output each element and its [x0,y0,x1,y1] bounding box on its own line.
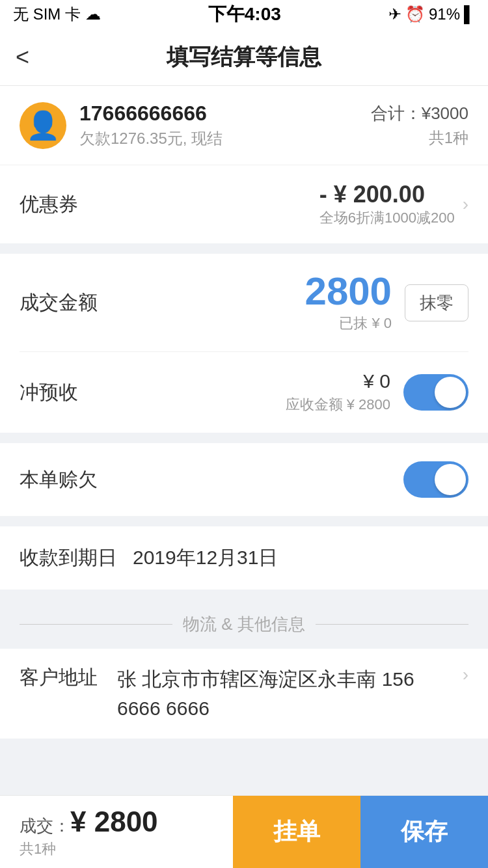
chong-label: 冲预收 [20,379,78,406]
status-right: ✈ ⏰ 91% ▌ [388,5,475,23]
address-value: 张 北京市市辖区海淀区永丰南 156 6666 6666 [117,664,463,723]
due-row: 收款到期日 2019年12月31日 [20,545,468,571]
back-button[interactable]: < [16,44,29,71]
coupon-discount: - ¥ 200.00 [319,181,455,208]
bottom-amount: ¥ 2800 [70,806,158,837]
amount-value: 2800 [305,272,392,311]
address-label: 客户地址 [20,664,98,691]
customer-info: 17666666666 欠款1276.35元, 现结 [79,102,223,149]
chong-row: 冲预收 ¥ 0 应收金额 ¥ 2800 [20,352,468,433]
due-value: 2019年12月31日 [133,545,278,571]
divider-line-right [316,624,468,625]
person-icon: 👤 [26,112,60,139]
coupon-desc: 全场6折满1000减200 [319,208,455,228]
battery-label: 91% [429,5,460,23]
battery-icon: ▌ [464,5,475,23]
amount-right: 2800 已抹 ¥ 0 抹零 [305,272,468,333]
customer-sub: 欠款1276.35元, 现结 [79,128,223,149]
amount-section: 成交金额 2800 已抹 ¥ 0 抹零 冲预收 ¥ 0 应收金额 ¥ 2800 [0,254,488,433]
customer-section: 👤 17666666666 欠款1276.35元, 现结 合计：¥3000 共1… [0,86,488,243]
total-label: 合计：¥3000 [371,102,468,125]
customer-right: 合计：¥3000 共1种 [371,102,468,148]
chong-sub: 应收金额 ¥ 2800 [286,395,390,414]
debt-label: 本单赊欠 [20,467,98,493]
amount-label: 成交金额 [20,290,98,316]
chong-toggle[interactable] [403,374,468,411]
bottom-info: 成交：¥ 2800 共1种 [0,806,233,859]
status-time: 下午4:03 [208,2,281,27]
total-count: 共1种 [371,128,468,148]
debt-toggle-thumb [435,464,466,495]
bottom-bar: 成交：¥ 2800 共1种 挂单 保存 [0,795,488,868]
nav-bar: < 填写结算等信息 [0,29,488,86]
amount-row: 成交金额 2800 已抹 ¥ 0 抹零 [20,254,468,352]
due-date-section: 收款到期日 2019年12月31日 [0,526,488,590]
status-bar: 无 SIM 卡 ☁ 下午4:03 ✈ ⏰ 91% ▌ [0,0,488,29]
customer-row: 👤 17666666666 欠款1276.35元, 现结 合计：¥3000 共1… [0,86,488,165]
bottom-deal-label: 成交：¥ 2800 [20,806,213,838]
debt-section: 本单赊欠 [0,443,488,516]
address-chevron-icon: › [463,664,468,685]
chevron-right-icon: › [463,194,468,215]
round-button[interactable]: 抹零 [405,284,468,321]
save-button[interactable]: 保存 [360,796,488,869]
chong-amount: ¥ 0 [363,370,390,392]
address-section[interactable]: 客户地址 张 北京市市辖区海淀区永丰南 156 6666 6666 › [0,649,488,739]
main-content: 👤 17666666666 欠款1276.35元, 现结 合计：¥3000 共1… [0,86,488,868]
status-left: 无 SIM 卡 ☁ [13,4,101,25]
amount-sub: 已抹 ¥ 0 [305,314,392,333]
alarm-icon: ⏰ [405,5,425,23]
toggle-thumb [435,377,466,408]
avatar: 👤 [20,102,66,149]
divider-line-left [20,624,172,625]
due-label: 收款到期日 [20,545,117,571]
page-title: 填写结算等信息 [167,42,321,72]
coupon-right: - ¥ 200.00 全场6折满1000减200 › [319,181,468,228]
sim-label: 无 SIM 卡 ☁ [13,4,101,25]
coupon-row[interactable]: 优惠券 - ¥ 200.00 全场6折满1000减200 › [0,165,488,243]
logistics-divider: 物流 & 其他信息 [0,600,488,649]
chong-right: ¥ 0 应收金额 ¥ 2800 [286,370,468,414]
pending-button[interactable]: 挂单 [233,796,360,869]
customer-left: 👤 17666666666 欠款1276.35元, 现结 [20,102,223,149]
logistics-label: 物流 & 其他信息 [183,613,305,636]
location-icon: ✈ [388,5,401,23]
bottom-count: 共1种 [20,839,213,859]
customer-phone: 17666666666 [79,102,223,126]
debt-toggle[interactable] [403,461,468,498]
coupon-label: 优惠券 [20,191,78,218]
